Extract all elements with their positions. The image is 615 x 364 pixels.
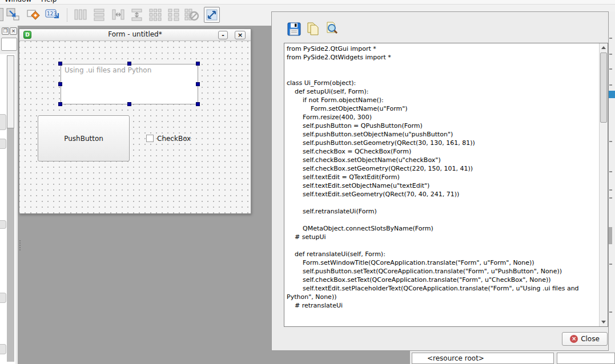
widget-category-item[interactable] bbox=[0, 344, 6, 354]
selection-handle[interactable] bbox=[196, 62, 200, 66]
widget-box-scrollbar-thumb[interactable] bbox=[7, 55, 14, 128]
close-red-icon: × bbox=[570, 335, 578, 343]
adjust-size-icon[interactable] bbox=[204, 7, 220, 23]
selection-handle[interactable] bbox=[196, 102, 200, 106]
svg-text:123: 123 bbox=[47, 11, 57, 17]
widget-category-item[interactable] bbox=[0, 114, 6, 130]
checkbox-label: CheckBox bbox=[157, 135, 191, 143]
background-scrollbar-fragment bbox=[609, 227, 612, 244]
resource-side-box[interactable] bbox=[557, 353, 615, 364]
designer-form-window[interactable]: D Form - untitled* - × Using .ui files a… bbox=[19, 29, 251, 214]
close-button[interactable]: × Close bbox=[562, 332, 608, 346]
layout-vertical-splitter-icon[interactable] bbox=[130, 7, 144, 22]
widget-box-list bbox=[0, 54, 15, 364]
layout-grid-icon[interactable] bbox=[148, 7, 163, 22]
edit-buddies-icon[interactable] bbox=[26, 7, 41, 22]
form-canvas[interactable]: Using .ui files and Python PushButton Ch… bbox=[19, 41, 251, 213]
form-close-button[interactable]: × bbox=[235, 31, 246, 39]
pushbutton-label: PushButton bbox=[64, 135, 103, 143]
pushbutton-widget[interactable]: PushButton bbox=[38, 115, 130, 161]
preview-toolbar bbox=[287, 21, 339, 37]
edit-tab-order-icon[interactable]: 123 bbox=[45, 7, 59, 22]
checkbox-widget[interactable]: CheckBox bbox=[146, 127, 204, 150]
code-text[interactable]: from PySide2.QtGui import * from PySide2… bbox=[284, 43, 598, 326]
selection-handle[interactable] bbox=[196, 82, 200, 86]
widget-box-panel: ❐ × bbox=[0, 26, 18, 364]
break-layout-icon[interactable] bbox=[184, 7, 199, 22]
layout-horizontal-splitter-icon[interactable] bbox=[111, 7, 126, 22]
layout-vertical-icon[interactable] bbox=[92, 7, 107, 22]
resource-root-item[interactable]: <resource root> bbox=[412, 353, 554, 364]
close-button-label: Close bbox=[581, 335, 600, 343]
save-icon[interactable] bbox=[287, 21, 302, 37]
edit-signals-slots-icon[interactable] bbox=[6, 7, 21, 22]
checkbox-indicator[interactable] bbox=[146, 135, 154, 142]
layout-horizontal-icon[interactable] bbox=[73, 7, 88, 22]
panel-float-icon[interactable]: ❐ bbox=[2, 27, 9, 35]
copy-icon[interactable] bbox=[306, 21, 320, 37]
selection-handle[interactable] bbox=[58, 62, 62, 66]
selection-handle[interactable] bbox=[58, 82, 62, 86]
code-scrollbar[interactable] bbox=[599, 43, 608, 326]
menu-window[interactable]: Window bbox=[5, 0, 31, 3]
widget-category-item[interactable] bbox=[0, 220, 6, 229]
find-icon[interactable] bbox=[324, 21, 339, 37]
edit-widgets-icon[interactable] bbox=[0, 8, 3, 21]
selection-handle[interactable] bbox=[58, 102, 62, 106]
toolbar-separator bbox=[67, 9, 67, 22]
widget-box-scrollbar[interactable] bbox=[7, 55, 14, 362]
layout-form-icon[interactable] bbox=[166, 7, 181, 22]
form-window-title: Form - untitled* bbox=[19, 30, 251, 38]
textedit-widget[interactable]: Using .ui files and Python bbox=[61, 64, 198, 104]
background-selection-highlight bbox=[609, 91, 615, 98]
selection-handle[interactable] bbox=[127, 102, 131, 106]
code-scrollbar-thumb[interactable] bbox=[600, 52, 607, 123]
menu-help[interactable]: Help bbox=[41, 0, 57, 3]
widget-category-item[interactable] bbox=[0, 293, 6, 303]
background-window-sliver bbox=[609, 11, 615, 351]
selection-handle[interactable] bbox=[127, 62, 131, 66]
code-view[interactable]: from PySide2.QtGui import * from PySide2… bbox=[284, 43, 608, 327]
form-window-titlebar[interactable]: D Form - untitled* - × bbox=[19, 29, 251, 41]
menubar: Window Help bbox=[0, 0, 615, 5]
resource-browser-strip: <resource root> bbox=[410, 351, 615, 364]
dock-splitter-handle[interactable] bbox=[19, 240, 21, 252]
widget-category-item[interactable] bbox=[0, 139, 6, 149]
scroll-up-icon[interactable] bbox=[600, 43, 608, 51]
textedit-placeholder: Using .ui files and Python bbox=[61, 64, 198, 76]
scroll-down-icon[interactable] bbox=[600, 318, 608, 326]
form-minimize-button[interactable]: - bbox=[218, 31, 228, 39]
panel-close-icon[interactable]: × bbox=[10, 27, 17, 35]
widget-filter-input[interactable] bbox=[1, 38, 17, 51]
code-preview-dialog: from PySide2.QtGui import * from PySide2… bbox=[271, 11, 609, 351]
